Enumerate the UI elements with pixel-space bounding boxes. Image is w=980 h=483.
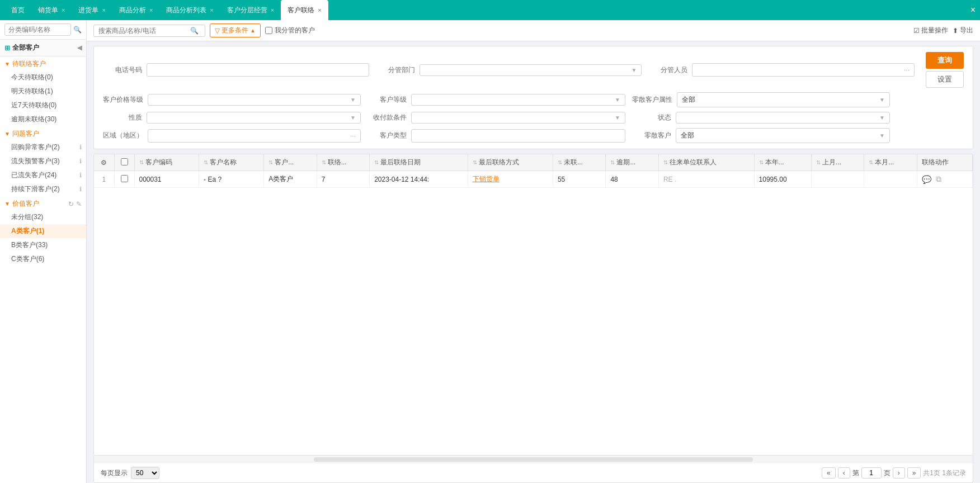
col-last-date: ⇅ 最后联络日期	[370, 154, 468, 171]
sidebar-item-lost[interactable]: 已流失客户(24) ℹ	[0, 168, 86, 182]
nav-customer-tier[interactable]: 客户分层经营 ×	[220, 0, 281, 20]
sidebar-item-tomorrow[interactable]: 明天待联络(1)	[0, 84, 86, 98]
nav-sales[interactable]: 销货单 ×	[31, 0, 72, 20]
horizontal-scrollbar[interactable]	[93, 456, 973, 463]
sidebar-item-declining[interactable]: 持续下滑客户(2) ℹ	[0, 182, 86, 196]
page-label: 第	[852, 468, 859, 478]
filter-nature-select[interactable]: ▼	[147, 112, 361, 124]
sidebar-item-overdue[interactable]: 逾期未联络(30)	[0, 112, 86, 126]
scrollbar-thumb[interactable]	[314, 457, 753, 462]
sidebar-item-class-a[interactable]: A类客户(1)	[0, 224, 86, 238]
sidebar-item-7days[interactable]: 近7天待联络(0)	[0, 98, 86, 112]
sidebar-group-problem[interactable]: ▼ 问题客户	[0, 126, 86, 140]
row-last-date: 2023-04-12 14:44:	[370, 171, 468, 188]
row-checkbox[interactable]	[121, 175, 128, 182]
filter-status-select[interactable]: ▼	[676, 112, 890, 124]
nav-purchase-close[interactable]: ×	[102, 7, 105, 13]
table-wrap: ⚙ ⇅ 客户编码 ⇅	[93, 154, 973, 456]
sidebar-search-wrap: 🔍	[0, 20, 86, 40]
refresh-icon[interactable]: ↻	[68, 200, 74, 208]
page-size-select[interactable]: 50 100 200	[131, 467, 159, 479]
export-button[interactable]: ⬆ 导出	[953, 26, 973, 35]
filter-phone-label: 电话号码	[103, 65, 142, 75]
query-button[interactable]: 查询	[926, 52, 964, 69]
page-number-input[interactable]	[861, 467, 882, 479]
col-this-year: ⇅ 本年...	[754, 154, 811, 171]
nav-customer-tier-close[interactable]: ×	[271, 7, 274, 13]
my-customer-checkbox[interactable]	[265, 27, 272, 34]
last-method-link[interactable]: 下销货单	[473, 175, 500, 183]
filter-manager-select[interactable]: ···	[692, 63, 915, 77]
filter-payment: 收付款条件 ▼	[368, 112, 625, 124]
edit-icon[interactable]: ✎	[76, 200, 82, 208]
row-this-year: 10995.00	[754, 171, 811, 188]
col-last-method: ⇅ 最后联络方式	[468, 154, 553, 171]
first-page-button[interactable]: «	[822, 467, 836, 479]
settings-button[interactable]: 设置	[926, 71, 964, 88]
nav-purchase[interactable]: 进货单 ×	[72, 0, 112, 20]
sidebar-item-class-c[interactable]: C类客户(6)	[0, 252, 86, 266]
filter-action-buttons: 查询 设置	[926, 52, 964, 88]
nav-product-analysis-close[interactable]: ×	[149, 7, 153, 13]
nav-product-list[interactable]: 商品分析列表 ×	[159, 0, 220, 20]
nav-customer-contact-close[interactable]: ×	[318, 7, 321, 13]
toolbar-right: ☑ 批量操作 ⬆ 导出	[913, 26, 973, 35]
nav-sales-close[interactable]: ×	[62, 7, 65, 13]
filter-manager: 分管人员 ···	[648, 63, 915, 77]
sidebar-all-customers[interactable]: ⊞ 全部客户 ◀	[0, 40, 86, 56]
select-all-checkbox[interactable]	[121, 158, 128, 165]
last-page-button[interactable]: »	[907, 467, 921, 479]
gear-icon[interactable]: ⚙	[101, 159, 107, 167]
row-no-contact: 55	[553, 171, 606, 188]
col-select-all	[114, 154, 134, 171]
row-this-month	[864, 171, 917, 188]
sidebar-group-value[interactable]: ▼ 价值客户 ↻ ✎	[0, 196, 86, 210]
filter-scattered-attr-select[interactable]: 全部 ▼	[677, 92, 890, 107]
filter-retail-select[interactable]: 全部 ▼	[676, 128, 890, 143]
sidebar-search-icon[interactable]: 🔍	[73, 26, 82, 34]
filter-customer-level-select[interactable]: ▼	[411, 94, 625, 106]
row-last-method: 下销货单	[468, 171, 553, 188]
search-icon[interactable]: 🔍	[190, 27, 199, 35]
sidebar-search-input[interactable]	[4, 23, 71, 36]
filter-nature-label: 性质	[103, 113, 142, 122]
sidebar-item-repurchase-abnormal[interactable]: 回购异常客户(2) ℹ	[0, 140, 86, 154]
nav-customer-contact[interactable]: 客户联络 ×	[281, 0, 328, 20]
link-action-icon[interactable]: ⧉	[936, 174, 941, 184]
search-wrap: 🔍	[93, 25, 205, 37]
retail-dropdown-icon: ▼	[879, 132, 885, 139]
prev-page-button[interactable]: ‹	[838, 467, 850, 479]
filter-scattered-attr-label: 零散客户属性	[632, 95, 672, 105]
my-customer-checkbox-wrap[interactable]: 我分管的客户	[265, 26, 315, 35]
sidebar-group-pending[interactable]: ▼ 待联络客户	[0, 56, 86, 70]
next-page-button[interactable]: ›	[893, 467, 905, 479]
sidebar-collapse-btn[interactable]: ◀	[77, 44, 82, 51]
filter-status: 状态 ▼	[632, 112, 890, 124]
comment-action-icon[interactable]: 💬	[922, 175, 931, 184]
filter-region-select[interactable]: ···	[148, 129, 361, 143]
page-of-label: 页	[884, 468, 891, 478]
row-action-cell: 💬 ⧉	[917, 171, 972, 188]
close-all-button[interactable]: ×	[970, 5, 976, 15]
sidebar-item-lost-warning[interactable]: 流失预警客户(3) ℹ	[0, 154, 86, 168]
nav-product-analysis[interactable]: 商品分析 ×	[112, 0, 159, 20]
nav-product-list-close[interactable]: ×	[210, 7, 213, 13]
pagination: « ‹ 第 页 › » 共1页 1条记录	[822, 467, 966, 479]
col-method-sort: ⇅	[473, 159, 477, 165]
more-filter-button[interactable]: ▽ 更多条件 ▲	[210, 23, 261, 37]
col-last-month: ⇅ 上月...	[811, 154, 864, 171]
batch-operation-button[interactable]: ☑ 批量操作	[913, 26, 948, 35]
sidebar-item-today[interactable]: 今天待联络(0)	[0, 70, 86, 84]
sidebar-item-class-b[interactable]: B类客户(33)	[0, 238, 86, 252]
filter-payment-select[interactable]: ▼	[411, 112, 625, 124]
nav-home[interactable]: 首页	[4, 0, 31, 20]
search-input[interactable]	[98, 27, 188, 35]
filter-phone-input[interactable]	[147, 63, 369, 77]
row-contact-count: 7	[317, 171, 370, 188]
sidebar: 🔍 ⊞ 全部客户 ◀ ▼ 待联络客户 今天待联络(0) 明天待联络(1) 近7天…	[0, 20, 87, 483]
col-contact: ⇅ 联络...	[317, 154, 370, 171]
filter-price-select[interactable]: ▼	[148, 94, 361, 106]
filter-customer-type-input[interactable]	[411, 129, 625, 143]
filter-dept-select[interactable]: ▼	[420, 64, 642, 76]
sidebar-item-unclassified[interactable]: 未分组(32)	[0, 210, 86, 224]
